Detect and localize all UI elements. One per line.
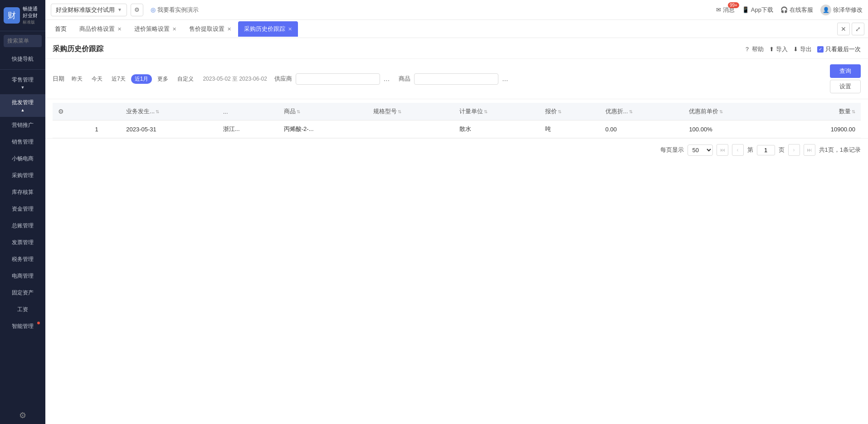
close-tab-button[interactable]: ✕ xyxy=(837,23,850,35)
date-range-display: 2023-05-02 至 2023-06-02 xyxy=(203,75,267,83)
date-filter-label: 日期 xyxy=(53,75,64,83)
sidebar-item-label: 批发管理 xyxy=(12,99,34,106)
sidebar-item-purchase[interactable]: 采购管理 xyxy=(0,167,45,184)
supplier-filter-group: 供应商 ... xyxy=(274,73,391,85)
export-button[interactable]: ⬇ 导出 xyxy=(793,45,812,53)
user-name: 徐泽华修改 xyxy=(833,6,863,14)
date-option-today[interactable]: 今天 xyxy=(88,74,106,84)
column-settings-icon[interactable]: ⚙ xyxy=(58,108,64,115)
date-option-more[interactable]: 更多 xyxy=(154,74,172,84)
settings-gear-icon[interactable]: ⚙ xyxy=(19,411,26,420)
app-logo: 财 畅捷通好业财 标准版 xyxy=(0,0,45,31)
table-area: ⚙ 业务发生...⇅ ... 商品⇅ xyxy=(45,103,868,138)
sidebar-item-fixed-assets[interactable]: 固定资产 xyxy=(0,284,45,301)
help-button[interactable]: ？ 帮助 xyxy=(744,45,764,53)
last-page-button[interactable]: ⏭ xyxy=(804,144,815,156)
tab-label: 商品价格设置 xyxy=(79,25,115,33)
sidebar-item-retail[interactable]: 零售管理 ▼ xyxy=(0,72,45,94)
cell-index: 1 xyxy=(90,120,121,138)
sidebar-item-marketing[interactable]: 营销推广 xyxy=(0,117,45,134)
date-option-1month[interactable]: 近1月 xyxy=(131,74,152,84)
date-option-yesterday[interactable]: 昨天 xyxy=(68,74,86,84)
sidebar-item-payroll[interactable]: 工资 xyxy=(0,301,45,318)
only-last-checkbox[interactable]: ✓ 只看最后一次 xyxy=(817,45,861,53)
date-option-7days[interactable]: 近7天 xyxy=(108,74,129,84)
th-quantity: 数量⇅ xyxy=(783,103,861,120)
import-button[interactable]: ⬆ 导入 xyxy=(769,45,788,53)
user-menu[interactable]: 👤 徐泽华修改 xyxy=(820,5,863,15)
tab-label: 采购历史价跟踪 xyxy=(244,25,285,33)
goods-more-icon[interactable]: ... xyxy=(500,75,510,83)
messages-badge: 99+ xyxy=(728,2,739,8)
sidebar-item-sales[interactable]: 销售管理 xyxy=(0,134,45,150)
app-download-button[interactable]: 📱 App下载 xyxy=(742,6,773,14)
date-options: 昨天 今天 近7天 近1月 更多 自定义 xyxy=(68,74,197,84)
app-download-label: App下载 xyxy=(751,6,773,14)
page-number-input[interactable]: 1 xyxy=(757,145,775,155)
tab-close-icon[interactable]: ✕ xyxy=(117,26,122,32)
tab-purchase-history[interactable]: 采购历史价跟踪 ✕ xyxy=(238,21,298,37)
sidebar-item-inventory[interactable]: 库存核算 xyxy=(0,184,45,201)
sort-icon: ⇅ xyxy=(156,109,159,114)
sidebar-item-label: 工资 xyxy=(17,306,28,313)
tab-goods-price[interactable]: 商品价格设置 ✕ xyxy=(73,21,127,37)
sidebar-item-quick-nav[interactable]: 快捷导航 xyxy=(0,51,45,67)
settings-button[interactable]: 设置 xyxy=(830,80,861,93)
sidebar-item-finance[interactable]: 资金管理 xyxy=(0,201,45,217)
sidebar-item-wholesale[interactable]: 批发管理 ▲ xyxy=(0,94,45,117)
tab-home[interactable]: 首页 xyxy=(49,21,73,37)
header-row: ⚙ 业务发生...⇅ ... 商品⇅ xyxy=(53,103,861,120)
next-page-button[interactable]: › xyxy=(788,144,800,156)
supplier-more-icon[interactable]: ... xyxy=(382,75,391,83)
total-text: 共1页，1条记录 xyxy=(819,146,861,154)
messages-button[interactable]: ✉ 消息 99+ xyxy=(716,6,735,14)
sidebar-item-label: 库存核算 xyxy=(12,188,34,196)
online-service-button[interactable]: 🎧 在线客服 xyxy=(780,6,813,14)
goods-filter-label: 商品 xyxy=(399,75,410,83)
import-icon: ⬆ xyxy=(769,46,774,53)
tab-close-icon[interactable]: ✕ xyxy=(172,26,176,32)
tab-purchase-strategy[interactable]: 进价策略设置 ✕ xyxy=(128,21,182,37)
goods-input[interactable] xyxy=(414,73,498,85)
topbar: 好业财标准版交付试用 ▼ ⚙ ◎ 我要看实例演示 ✉ 消息 99+ 📱 App下… xyxy=(45,0,868,20)
cell-goods: 丙烯酸-2-... xyxy=(278,120,368,138)
tabbar: 首页 商品价格设置 ✕ 进价策略设置 ✕ 售价提取设置 ✕ 采购历史价跟踪 ✕ … xyxy=(45,20,868,38)
tab-close-icon[interactable]: ✕ xyxy=(288,26,292,32)
cell-settings xyxy=(53,120,90,138)
table-body: 1 2023-05-31 浙江... 丙烯酸-2-... 散水 吨 0.00 1… xyxy=(53,120,861,138)
demo-link[interactable]: ◎ 我要看实例演示 xyxy=(151,6,199,14)
supplier-input[interactable] xyxy=(296,73,380,85)
sidebar-item-label: 税务管理 xyxy=(12,255,34,263)
maximize-tab-button[interactable]: ⤢ xyxy=(852,23,864,35)
export-label: 导出 xyxy=(800,45,812,53)
question-icon: ？ xyxy=(744,45,750,53)
sidebar-item-label: 资金管理 xyxy=(12,205,34,213)
sidebar-item-invoice[interactable]: 发票管理 xyxy=(0,234,45,251)
th-pre-discount: 优惠前单价⇅ xyxy=(683,103,782,120)
first-page-button[interactable]: ⏮ xyxy=(717,144,728,156)
th-more: ... xyxy=(218,103,278,120)
sidebar-item-smart[interactable]: 智能管理 xyxy=(0,318,45,335)
sidebar-item-tax[interactable]: 税务管理 xyxy=(0,251,45,268)
th-business-date: 业务发生...⇅ xyxy=(121,103,217,120)
date-option-custom[interactable]: 自定义 xyxy=(174,74,197,84)
sidebar-item-label: 零售管理 xyxy=(12,76,34,84)
sidebar-item-ledger[interactable]: 总账管理 xyxy=(0,217,45,234)
tab-price-extract[interactable]: 售价提取设置 ✕ xyxy=(183,21,237,37)
version-selector[interactable]: 好业财标准版交付试用 ▼ xyxy=(51,4,127,16)
sidebar-item-ecommerce-small[interactable]: 小畅电商 xyxy=(0,150,45,167)
cell-pre-discount-price: 10900.00 xyxy=(783,120,861,138)
per-page-select[interactable]: 50 100 200 xyxy=(688,145,713,156)
pagination: 每页显示 50 100 200 ⏮ ‹ 第 1 页 › ⏭ 共1页，1条记录 xyxy=(45,138,868,161)
table-header: ⚙ 业务发生...⇅ ... 商品⇅ xyxy=(53,103,861,120)
data-table: ⚙ 业务发生...⇅ ... 商品⇅ xyxy=(53,103,861,138)
tab-close-icon[interactable]: ✕ xyxy=(227,26,231,32)
sidebar-item-ecommerce[interactable]: 电商管理 xyxy=(0,268,45,284)
th-unit: 计量单位⇅ xyxy=(454,103,540,120)
prev-page-button[interactable]: ‹ xyxy=(732,144,744,156)
topbar-settings-button[interactable]: ⚙ xyxy=(131,4,143,16)
sort-icon: ⇅ xyxy=(398,109,401,114)
sidebar-item-label: 营销推广 xyxy=(12,121,34,129)
search-menu-button[interactable]: 搜索菜单 xyxy=(4,35,42,47)
query-button[interactable]: 查询 xyxy=(830,64,861,78)
